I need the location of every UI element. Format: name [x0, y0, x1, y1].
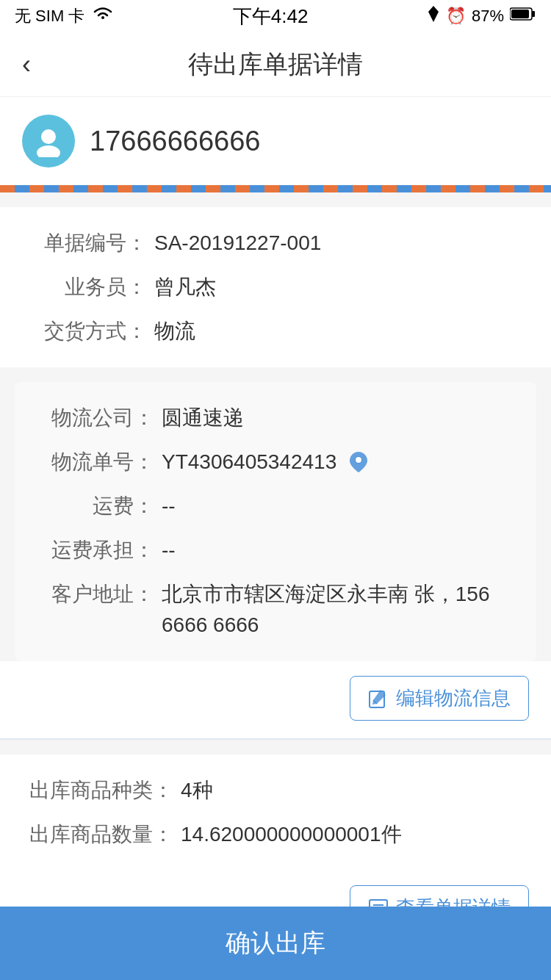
goods-quantity-value: 14.620000000000001件: [181, 819, 522, 850]
logistics-company-label: 物流公司：: [37, 403, 154, 433]
tracking-label: 物流单号：: [37, 447, 154, 478]
svg-rect-1: [532, 11, 535, 17]
nav-bar: ‹ 待出库单据详情: [0, 32, 551, 97]
goods-types-row: 出库商品种类： 4种: [29, 775, 522, 806]
svg-point-4: [37, 145, 60, 157]
status-time: 下午4:42: [233, 4, 309, 29]
salesman-row: 业务员： 曾凡杰: [29, 272, 522, 303]
order-no-row: 单据编号： SA-20191227-001: [29, 228, 522, 259]
goods-quantity-row: 出库商品数量： 14.620000000000001件: [29, 819, 522, 850]
dashed-separator: [0, 185, 551, 192]
goods-section: 出库商品种类： 4种 出库商品数量： 14.620000000000001件: [0, 754, 551, 871]
avatar: [22, 115, 75, 167]
salesman-label: 业务员：: [29, 272, 147, 303]
page-title: 待出库单据详情: [188, 48, 363, 82]
tracking-row: 物流单号： YT43064053424​13: [37, 447, 514, 478]
edit-logistics-button[interactable]: 编辑物流信息: [350, 676, 529, 721]
freight-bearer-row: 运费承担： --: [37, 535, 514, 566]
status-left: 无 SIM 卡: [15, 5, 114, 27]
address-value: 北京市市辖区海淀区永丰南 张，156 6666 6666: [162, 579, 514, 641]
logistics-company-value: 圆通速递: [162, 403, 514, 433]
svg-rect-2: [511, 10, 529, 18]
delivery-row: 交货方式： 物流: [29, 316, 522, 347]
order-info-section: 单据编号： SA-20191227-001 业务员： 曾凡杰 交货方式： 物流: [0, 207, 551, 367]
freight-bearer-label: 运费承担：: [37, 535, 154, 566]
goods-quantity-label: 出库商品数量：: [29, 819, 173, 850]
sim-status: 无 SIM 卡: [15, 5, 84, 27]
user-phone: 17666666666: [90, 126, 260, 157]
user-icon: [32, 125, 65, 157]
freight-bearer-value: --: [162, 535, 514, 566]
confirm-outbound-label: 确认出库: [226, 926, 325, 960]
svg-point-6: [356, 457, 361, 463]
address-label: 客户地址：: [37, 579, 154, 610]
back-button[interactable]: ‹: [22, 49, 31, 80]
salesman-value: 曾凡杰: [154, 272, 522, 303]
thin-separator-1: [0, 738, 551, 740]
edit-icon: [368, 688, 389, 709]
edit-logistics-label: 编辑物流信息: [396, 685, 511, 711]
battery-percent: 87%: [472, 7, 504, 26]
svg-point-3: [41, 129, 56, 144]
goods-types-value: 4种: [181, 775, 522, 806]
confirm-outbound-bar[interactable]: 确认出库: [0, 907, 551, 980]
delivery-value: 物流: [154, 316, 522, 347]
freight-value: --: [162, 491, 514, 522]
tracking-number: YT43064053424​13: [162, 447, 336, 478]
tracking-location-icon[interactable]: [347, 450, 370, 474]
logistics-card: 物流公司： 圆通速递 物流单号： YT43064053424​13 运费： --: [15, 382, 536, 661]
freight-label: 运费：: [37, 491, 154, 522]
alarm-icon: ⏰: [446, 7, 466, 26]
battery-icon: [510, 7, 536, 26]
status-right: ⏰ 87%: [427, 6, 536, 26]
logistics-company-row: 物流公司： 圆通速递: [37, 403, 514, 433]
location-status-icon: [427, 6, 440, 26]
address-row: 客户地址： 北京市市辖区海淀区永丰南 张，156 6666 6666: [37, 579, 514, 641]
goods-types-label: 出库商品种类：: [29, 775, 173, 806]
freight-row: 运费： --: [37, 491, 514, 522]
order-no-label: 单据编号：: [29, 228, 147, 259]
order-no-value: SA-20191227-001: [154, 228, 522, 259]
status-bar: 无 SIM 卡 下午4:42 ⏰ 87%: [0, 0, 551, 32]
wifi-icon: [92, 6, 114, 26]
delivery-label: 交货方式：: [29, 316, 147, 347]
user-header: 17666666666: [0, 97, 551, 185]
tracking-value: YT43064053424​13: [162, 447, 514, 478]
edit-logistics-section: 编辑物流信息: [0, 661, 551, 738]
